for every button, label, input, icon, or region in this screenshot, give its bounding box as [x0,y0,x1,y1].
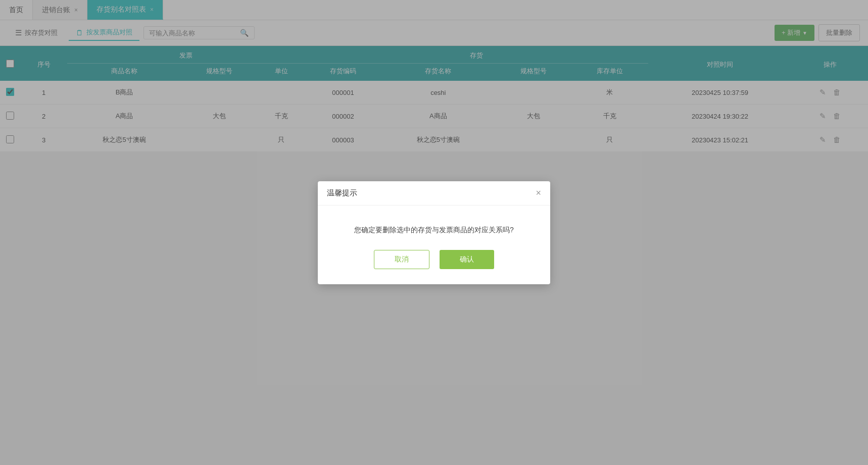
dialog-overlay: 温馨提示 × 您确定要删除选中的存货与发票商品的对应关系吗? 取消 确认 [0,0,868,152]
